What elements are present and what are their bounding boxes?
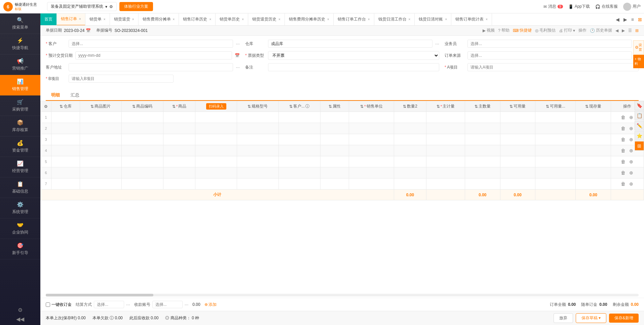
row-copy-btn[interactable]: ⊕ xyxy=(628,136,635,143)
tab-close-icon[interactable]: × xyxy=(409,17,411,21)
delivery-date-input[interactable] xyxy=(75,51,232,59)
right-icon-copy[interactable]: 📋 xyxy=(635,111,644,120)
settings-bottom-icon[interactable]: ⚙ xyxy=(18,307,23,313)
grid-view-btn[interactable]: ⊞ xyxy=(635,28,639,33)
right-icon-edit[interactable]: ✏️ xyxy=(635,121,644,130)
message-btn[interactable]: ✉ 消息 9 xyxy=(543,4,563,9)
profit-btn[interactable]: ◎ 毛利预估 xyxy=(535,28,556,33)
row-copy-btn[interactable]: ⊕ xyxy=(628,147,635,154)
sidebar-item-quicknav[interactable]: ⚡ 快捷导航 xyxy=(0,34,40,54)
tab-close-icon[interactable]: × xyxy=(173,17,175,21)
right-icon-widget[interactable]: ⊞ xyxy=(635,141,644,151)
quick-order-check[interactable] xyxy=(46,302,50,307)
user-btn[interactable]: 用户 xyxy=(623,3,641,11)
row-delete-btn[interactable]: 🗑 xyxy=(620,125,627,132)
row-copy-btn[interactable]: ⊕ xyxy=(628,169,635,176)
tab-order-history[interactable]: 销售订单历史 × xyxy=(179,13,216,26)
collapse-icon[interactable]: ◀◀ xyxy=(16,316,24,322)
sidebar-item-collab[interactable]: 🤝 企业协同 xyxy=(0,218,40,239)
th-settings[interactable]: ⚙ xyxy=(41,101,51,112)
next-record-btn[interactable]: ▶ xyxy=(622,28,625,33)
tab-close-icon[interactable]: × xyxy=(445,17,447,21)
tab-close-icon[interactable]: × xyxy=(327,17,329,21)
calendar-icon[interactable]: 📅 xyxy=(86,28,91,33)
tab-expense-history[interactable]: 销售费用分摊单历史 × xyxy=(285,13,334,26)
tab-close-icon[interactable]: × xyxy=(242,17,244,21)
row-copy-btn[interactable]: ⊕ xyxy=(628,114,635,121)
tab-daily-reconcile[interactable]: 钱货日清对账 × xyxy=(415,13,451,26)
add-btn[interactable]: ⊕ 添加 xyxy=(204,302,217,308)
save-draft-btn[interactable]: 保存草稿 ▾ xyxy=(576,313,606,323)
tab-close-icon[interactable]: × xyxy=(79,17,81,21)
tab-next-btn[interactable]: ▶ xyxy=(621,13,629,26)
print-btn[interactable]: 🖨 打印 ▾ xyxy=(559,28,575,33)
help-btn[interactable]: ? 帮助 xyxy=(498,28,509,33)
scrollbar-thumb[interactable] xyxy=(46,294,153,296)
order-source-input[interactable] xyxy=(467,51,632,59)
system-selector[interactable]: 装备及固定资产辅助管理系统 ▾ ⚙ xyxy=(47,2,117,11)
prev-record-btn[interactable]: ◀ xyxy=(615,28,618,33)
row-delete-btn[interactable]: 🗑 xyxy=(620,136,627,143)
customer-more-btn[interactable]: ··· xyxy=(236,41,240,46)
scan-btn[interactable]: 扫码录入 xyxy=(206,103,226,110)
sidebar-item-system[interactable]: ⚙️ 系统管理 xyxy=(0,198,40,218)
row-delete-btn[interactable]: 🗑 xyxy=(620,114,627,121)
tab-return[interactable]: 销货退货 × xyxy=(110,13,139,26)
tab-return-history[interactable]: 销货退货历史 × xyxy=(248,13,285,26)
sidebar-item-management[interactable]: 📈 经营管理 xyxy=(0,157,40,177)
payment-more-btn[interactable]: ··· xyxy=(126,302,130,307)
shortcut-btn[interactable]: ⌨ 快捷键 xyxy=(513,28,532,33)
tab-expense[interactable]: 销售费用分摊单 × xyxy=(139,13,179,26)
warehouse-input[interactable] xyxy=(268,40,432,48)
row-copy-btn[interactable]: ⊕ xyxy=(628,158,635,165)
sidebar-item-purchase[interactable]: 🛒 采购管理 xyxy=(0,95,40,116)
staff-input[interactable] xyxy=(467,40,632,48)
receipt-account-input[interactable] xyxy=(152,301,183,308)
save-new-btn[interactable]: 保存&新增 xyxy=(609,314,639,323)
sidebar-item-inventory[interactable]: 📦 库存核算 xyxy=(0,116,40,136)
settings-panel-btn[interactable]: ⚙ 设置 xyxy=(633,40,644,54)
tab-detail[interactable]: 明细 xyxy=(46,90,65,101)
sidebar-item-guide[interactable]: 🎯 新手引导 xyxy=(0,239,40,259)
remark-input[interactable] xyxy=(268,63,439,71)
sidebar-item-sales[interactable]: 📊 销售管理 xyxy=(0,75,40,95)
app-download-btn[interactable]: 📱 App下载 xyxy=(568,4,590,9)
tab-sales-order[interactable]: 销售订单 × xyxy=(57,13,85,26)
tab-daily-workbench[interactable]: 钱货日清工作台 × xyxy=(374,13,415,26)
a-project-input[interactable] xyxy=(467,63,639,71)
sidebar-item-search[interactable]: 🔍 搜索菜单 xyxy=(0,13,40,34)
list-view-btn[interactable]: ☰ xyxy=(628,28,632,33)
invoice-type-select[interactable]: 不开票 普通发票 增值税专用发票 xyxy=(268,51,439,60)
warehouse-more-btn[interactable]: ··· xyxy=(435,41,439,46)
tab-close-icon[interactable]: × xyxy=(209,17,211,21)
save-draft-chevron-icon[interactable]: ▾ xyxy=(599,316,601,320)
custom-scrollbar[interactable] xyxy=(46,294,639,296)
sidebar-item-finance[interactable]: 💰 资金管理 xyxy=(0,136,40,157)
sidebar-item-basic[interactable]: 📋 基础信息 xyxy=(0,177,40,198)
right-icon-star[interactable]: ⭐ xyxy=(635,131,644,140)
right-icon-bookmark[interactable]: 🔖 xyxy=(635,101,644,110)
row-copy-btn[interactable]: ⊕ xyxy=(628,125,635,132)
tab-close-icon[interactable]: × xyxy=(278,17,280,21)
row-copy-btn[interactable]: ⊕ xyxy=(628,180,635,187)
sidebar-item-marketing[interactable]: 📢 营销推广 xyxy=(0,54,40,75)
address-more-btn[interactable]: ··· xyxy=(236,65,240,70)
tab-order-stats[interactable]: 销售订单统计表 × xyxy=(451,13,492,26)
row-delete-btn[interactable]: 🗑 xyxy=(620,147,627,154)
view-btn[interactable]: ▶ 视频 xyxy=(483,28,495,33)
delivery-cal-icon[interactable]: 📅 xyxy=(235,53,240,58)
tab-close-icon[interactable]: × xyxy=(104,17,106,21)
row-delete-btn[interactable]: 🗑 xyxy=(620,169,627,176)
discard-btn[interactable]: 放弃 xyxy=(554,313,573,323)
tab-close-all-btn[interactable]: ⊠ xyxy=(636,13,644,26)
payment-method-input[interactable] xyxy=(94,301,124,308)
customer-input[interactable] xyxy=(69,40,233,48)
b-project-input[interactable] xyxy=(69,75,174,83)
row-delete-btn[interactable]: 🗑 xyxy=(620,180,627,187)
tab-order-workbench[interactable]: 销售订单工作台 × xyxy=(334,13,374,26)
settings-icon[interactable]: ⚙ xyxy=(109,4,113,9)
address-input[interactable] xyxy=(69,63,233,71)
tab-prev-btn[interactable]: ◀ xyxy=(614,13,621,26)
column-settings-icon[interactable]: ⚙ xyxy=(44,104,48,109)
tab-summary[interactable]: 汇总 xyxy=(65,90,85,100)
